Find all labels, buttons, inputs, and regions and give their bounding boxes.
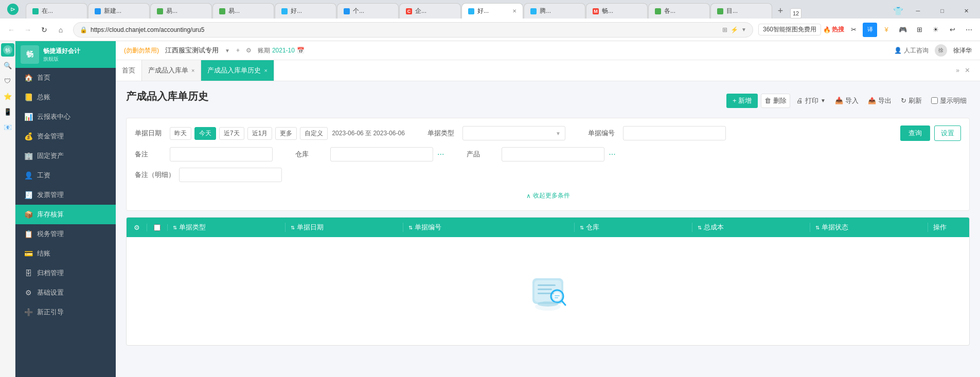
date-7days[interactable]: 近7天: [219, 127, 244, 140]
tab-2[interactable]: 新建...: [88, 3, 150, 19]
company-name[interactable]: 江西服宝测试专用: [165, 46, 219, 55]
translate-tool[interactable]: 译: [863, 23, 877, 37]
breadcrumb-tab-list[interactable]: 产成品入库单 ×: [142, 60, 201, 81]
tab-3[interactable]: 易...: [150, 3, 212, 19]
add-company-button[interactable]: +: [236, 47, 240, 54]
nav-item-ledger[interactable]: 📒 总账: [15, 87, 116, 107]
print-button[interactable]: 🖨 打印 ▼: [793, 94, 829, 107]
query-button[interactable]: 查询: [900, 125, 930, 141]
tab-4[interactable]: 易...: [212, 3, 274, 19]
layout-tool[interactable]: ⊞: [912, 23, 926, 37]
th-date[interactable]: ⇅ 单据日期: [286, 223, 403, 232]
shirt-icon[interactable]: 👕: [891, 4, 905, 18]
print-dropdown-icon[interactable]: ▼: [821, 98, 826, 103]
period-value[interactable]: 2021-10: [272, 47, 295, 54]
hot-search[interactable]: 🔥 热搜: [823, 25, 844, 34]
date-more[interactable]: 更多: [275, 127, 297, 140]
warehouse-filter-input[interactable]: [330, 147, 433, 161]
content-more-button[interactable]: »: [956, 67, 959, 74]
export-button[interactable]: 📤 导出: [865, 94, 895, 107]
tab-1[interactable]: 在...: [26, 3, 87, 19]
nav-item-tax[interactable]: 📋 税务管理: [15, 224, 116, 244]
th-settings[interactable]: ⚙: [127, 224, 147, 231]
number-filter-input[interactable]: [623, 126, 726, 140]
th-checkbox[interactable]: [147, 224, 168, 231]
minimize-button[interactable]: ─: [906, 3, 930, 19]
nav-item-settings[interactable]: ⚙ 基础设置: [15, 283, 116, 302]
more-tool[interactable]: ⋯: [961, 23, 976, 37]
th-number[interactable]: ⇅ 单据编号: [403, 223, 575, 232]
nav-item-assets[interactable]: 🏢 固定资产: [15, 146, 116, 166]
address-bar[interactable]: 🔒 https://cloud.chanjet.com/accounting/u…: [73, 22, 753, 38]
nav-item-new-account[interactable]: ➕ 新正引导: [15, 302, 116, 322]
tab-history-close[interactable]: ×: [264, 67, 267, 74]
nav-item-payroll[interactable]: 👤 工资: [15, 166, 116, 185]
currency-tool[interactable]: ¥: [879, 23, 894, 37]
tab-close-8[interactable]: ✕: [512, 8, 516, 14]
nav-item-invoice[interactable]: 🧾 发票管理: [15, 185, 116, 205]
tab-7[interactable]: C 企...: [399, 3, 461, 19]
close-button[interactable]: ✕: [955, 3, 978, 19]
date-1month[interactable]: 近1月: [247, 127, 273, 140]
detail-remark-input[interactable]: [179, 168, 282, 182]
tab-11[interactable]: 各...: [648, 3, 710, 19]
scissors-tool[interactable]: ✂: [846, 23, 861, 37]
remark-filter-input[interactable]: [170, 147, 273, 161]
user-name-label[interactable]: 徐泽华: [953, 46, 972, 55]
tab-9[interactable]: 腾...: [524, 3, 585, 19]
reload-button[interactable]: ↻: [37, 23, 51, 37]
home-nav-button[interactable]: ⌂: [54, 23, 68, 37]
import-button[interactable]: 📥 导入: [832, 94, 862, 107]
tab-list-close[interactable]: ×: [191, 67, 194, 74]
user-avatar[interactable]: 徐: [935, 44, 947, 57]
nav-item-inventory[interactable]: 📦 库存核算: [15, 205, 116, 224]
th-cost[interactable]: ⇅ 总成本: [692, 223, 810, 232]
new-tab-button[interactable]: +: [773, 3, 788, 19]
nav-item-reports[interactable]: 📊 云报表中心: [15, 107, 116, 127]
show-detail-button[interactable]: 显示明细: [928, 94, 970, 107]
app-icon-main[interactable]: 畅: [1, 43, 14, 57]
search-box[interactable]: 360智能抠图免费用: [758, 24, 821, 35]
nav-item-cashflow[interactable]: 💰 资金管理: [15, 127, 116, 146]
show-detail-checkbox[interactable]: [931, 97, 938, 104]
app-icon-mobile[interactable]: 📱: [1, 105, 14, 118]
app-icon-email[interactable]: 📧: [1, 120, 14, 134]
tab-12[interactable]: 目...: [710, 3, 772, 19]
tab-8[interactable]: 好... ✕: [461, 3, 523, 19]
product-ellipsis[interactable]: ···: [609, 150, 615, 159]
browser-icon[interactable]: ⊳: [7, 4, 19, 15]
forward-button[interactable]: →: [21, 23, 35, 37]
delete-button[interactable]: 🗑 删除: [761, 94, 790, 108]
grid-icon[interactable]: ⊞: [722, 26, 727, 33]
collapse-bar[interactable]: ∧ 收起更多条件: [135, 188, 961, 203]
maximize-button[interactable]: □: [931, 3, 954, 19]
new-button[interactable]: + 新增: [726, 94, 758, 108]
th-status[interactable]: ⇅ 单据状态: [810, 223, 928, 232]
bolt-icon[interactable]: ⚡: [730, 26, 738, 33]
warehouse-ellipsis[interactable]: ···: [437, 150, 444, 159]
dropdown-icon[interactable]: ▼: [225, 48, 230, 53]
nav-item-home[interactable]: 🏠 首页: [15, 68, 116, 87]
date-custom[interactable]: 自定义: [300, 127, 328, 140]
ai-service-button[interactable]: 👤 人工咨询: [894, 46, 929, 55]
app-icon-search[interactable]: 🔍: [1, 59, 14, 72]
game-tool[interactable]: 🎮: [896, 23, 910, 37]
tab-count[interactable]: 12: [790, 8, 801, 19]
content-close-button[interactable]: ×: [965, 66, 970, 75]
tab-5[interactable]: 好...: [275, 3, 336, 19]
select-all-checkbox[interactable]: [154, 224, 161, 231]
th-warehouse[interactable]: ⇅ 仓库: [575, 223, 692, 232]
th-type[interactable]: ⇅ 单据类型: [168, 223, 286, 232]
company-header[interactable]: 畅 畅捷通好会计 旗舰版: [15, 41, 116, 68]
app-icon-shield[interactable]: 🛡: [1, 74, 14, 87]
settings-gear-icon[interactable]: ⚙: [246, 47, 252, 54]
date-today[interactable]: 今天: [194, 127, 216, 140]
refresh-button[interactable]: ↻ 刷新: [898, 94, 925, 107]
breadcrumb-home[interactable]: 首页: [116, 60, 142, 81]
back-button[interactable]: ←: [4, 23, 19, 37]
undo-tool[interactable]: ↩: [945, 23, 959, 37]
type-select[interactable]: ▼: [462, 126, 565, 140]
tab-6[interactable]: 个...: [337, 3, 399, 19]
app-icon-star[interactable]: ⭐: [1, 89, 14, 103]
nav-item-archive[interactable]: 🗄 归档管理: [15, 263, 116, 283]
